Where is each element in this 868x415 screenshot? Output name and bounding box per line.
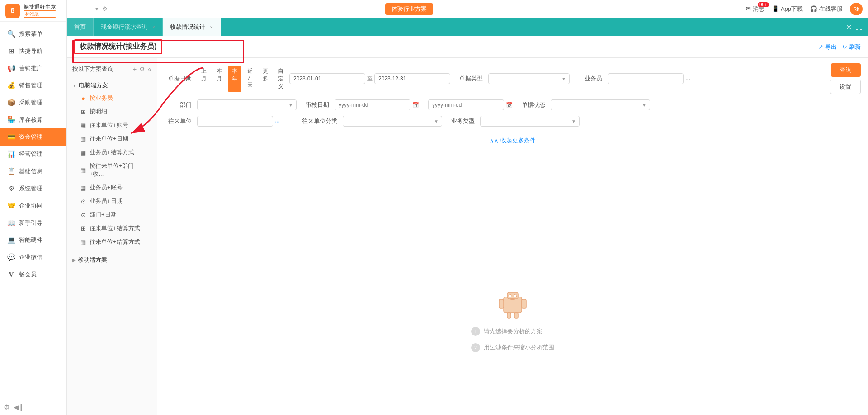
- message-badge: 99+: [758, 2, 769, 7]
- sidebar-item-basic[interactable]: 📋 基础信息: [0, 163, 66, 180]
- bill-type-select[interactable]: [488, 73, 570, 84]
- fp-item-salesman-date-label: 业务员+日期: [90, 197, 123, 205]
- breadcrumb: — — —: [72, 6, 92, 12]
- operation-icon: 📊: [7, 150, 15, 158]
- settings-bottom-icon[interactable]: ⚙: [4, 403, 10, 411]
- sidebar-item-hardware[interactable]: 💻 智能硬件: [0, 231, 66, 249]
- sidebar-item-system[interactable]: ⚙ 系统管理: [0, 180, 66, 197]
- sidebar-item-wechat[interactable]: 💬 企业微信: [0, 249, 66, 266]
- review-date-label: 审核日期: [302, 101, 329, 109]
- collapse-sidebar-icon[interactable]: ◀‖: [14, 403, 23, 411]
- bill-type-label: 单据类型: [456, 75, 483, 83]
- unit-date-icon: ▦: [80, 135, 87, 142]
- date-end-input[interactable]: [374, 73, 450, 84]
- fp-item-salesman-account-label: 业务员+账号: [90, 184, 123, 192]
- counterpart-input[interactable]: [197, 116, 273, 127]
- counterpart-category-select[interactable]: [343, 116, 442, 127]
- sidebar-item-vip[interactable]: V 畅会员: [0, 266, 66, 283]
- tab-expand-icon[interactable]: ⛶: [855, 23, 863, 31]
- date-tab-this-year[interactable]: 本年: [228, 66, 241, 92]
- bill-type-select-wrapper: [488, 73, 570, 84]
- calendar-icon-1[interactable]: 📅: [412, 102, 419, 108]
- user-avatar[interactable]: Rit: [850, 3, 863, 15]
- fp-item-unit-date[interactable]: ▦ 往来单位+日期: [72, 132, 151, 146]
- fp-item-unit-account[interactable]: ▦ 往来单位+账号: [72, 118, 151, 132]
- date-tab-last-month[interactable]: 上月: [197, 66, 211, 92]
- date-tab-more[interactable]: 更多: [259, 66, 272, 92]
- fp-item-unit-settle1[interactable]: ⊞ 往来单位+结算方式: [72, 222, 151, 235]
- tab-close-all-icon[interactable]: ✕: [846, 23, 852, 32]
- sidebar-item-sales[interactable]: 💰 销售管理: [0, 77, 66, 94]
- tab-bank-flow-close[interactable]: ×: [152, 24, 155, 30]
- fp-desktop-header[interactable]: ▼ 电脑端方案: [72, 80, 151, 91]
- app-download-button[interactable]: 📱 App下载: [772, 5, 803, 13]
- business-type-select[interactable]: [480, 116, 580, 127]
- fp-item-detail[interactable]: ⊞ 按明细: [72, 105, 151, 118]
- fp-item-unit-settle2[interactable]: ▦ 往来单位+结算方式: [72, 235, 151, 249]
- date-range: 至: [289, 73, 450, 84]
- fp-item-salesman-account[interactable]: ▦ 业务员+账号: [72, 181, 151, 194]
- sidebar-item-marketing-label: 营销推广: [19, 64, 42, 72]
- collapse-bar[interactable]: ∧∧ 收起更多条件: [165, 132, 861, 149]
- query-button[interactable]: 查询: [831, 63, 861, 77]
- message-button[interactable]: ✉ 消息 99+: [746, 5, 764, 13]
- step-1-num: 1: [471, 327, 480, 336]
- fp-desktop-label: 电脑端方案: [79, 81, 108, 90]
- fp-item-salesman-settle[interactable]: ▦ 业务员+结算方式: [72, 146, 151, 159]
- fp-item-salesman-date[interactable]: ⊙ 业务员+日期: [72, 194, 151, 208]
- gear-icon[interactable]: ⚙: [102, 5, 108, 12]
- logo-text-area: 畅捷通好生意 标准版: [24, 4, 56, 18]
- trial-button[interactable]: 体验行业方案: [385, 3, 433, 15]
- online-service-button[interactable]: 🎧 在线客服: [810, 5, 843, 13]
- sidebar-item-quicknav[interactable]: ⊞ 快捷导航: [0, 42, 66, 60]
- app-download-icon: 📱: [772, 5, 779, 12]
- review-date-end[interactable]: [428, 99, 504, 110]
- dept-label: 部门: [165, 101, 192, 109]
- filter-collapse-btn[interactable]: «: [148, 66, 151, 73]
- dropdown-arrow-icon[interactable]: ▾: [95, 5, 99, 12]
- sidebar-item-system-label: 系统管理: [19, 184, 42, 193]
- sidebar-item-collab[interactable]: 🤝 企业协同: [0, 197, 66, 214]
- sidebar-item-purchase[interactable]: 📦 采购管理: [0, 94, 66, 111]
- salesman-input[interactable]: [608, 73, 684, 84]
- fp-item-unit-dept-recv[interactable]: ▦ 按往来单位+部门+收...: [72, 159, 151, 181]
- settings-button[interactable]: 设置: [830, 80, 861, 94]
- fp-item-by-salesman[interactable]: ● 按业务员: [72, 91, 151, 105]
- tab-receipt-stats-close[interactable]: ×: [210, 24, 212, 30]
- sidebar-item-operation[interactable]: 📊 经营管理: [0, 146, 66, 163]
- sidebar-item-purchase-label: 采购管理: [19, 99, 42, 107]
- tab-receipt-stats[interactable]: 收款情况统计 ×: [163, 18, 220, 36]
- sidebar-item-marketing[interactable]: 📢 营销推广: [0, 60, 66, 77]
- filter-add-btn[interactable]: +: [133, 66, 137, 73]
- sidebar-item-guide[interactable]: 📖 新手引导: [0, 214, 66, 231]
- sidebar-item-inventory[interactable]: 🏪 库存核算: [0, 111, 66, 128]
- tab-home[interactable]: 首页: [67, 18, 94, 36]
- date-tab-this-month[interactable]: 本月: [212, 66, 226, 92]
- review-date-start[interactable]: [335, 99, 410, 110]
- empty-step-2: 2 用过滤条件来缩小分析范围: [471, 343, 554, 352]
- date-label: 单据日期: [165, 75, 192, 83]
- tab-bank-flow[interactable]: 现金银行流水查询 ×: [94, 18, 163, 36]
- tab-bar: 首页 现金银行流水查询 × 收款情况统计 × ✕ ⛶: [67, 18, 868, 36]
- fp-item-dept-date[interactable]: ⊙ 部门+日期: [72, 208, 151, 222]
- calendar-icon-2[interactable]: 📅: [506, 102, 513, 108]
- export-button[interactable]: ↗ 导出: [818, 43, 837, 51]
- detail-icon: ⊞: [80, 108, 87, 115]
- date-start-input[interactable]: [289, 73, 365, 84]
- fp-item-detail-label: 按明细: [90, 108, 107, 116]
- fp-mobile-header[interactable]: ▶ 移动端方案: [72, 254, 151, 266]
- vip-icon: V: [7, 270, 15, 278]
- bill-status-select[interactable]: [551, 99, 650, 110]
- date-tab-7days[interactable]: 近7天: [243, 66, 257, 92]
- svg-rect-8: [514, 313, 518, 318]
- counterpart-category-label: 往来单位分类: [302, 117, 337, 125]
- refresh-button[interactable]: ↻ 刷新: [842, 43, 861, 51]
- salesman-dots[interactable]: ···: [685, 75, 690, 82]
- date-tab-custom[interactable]: 自定义: [274, 66, 288, 92]
- counterpart-dots[interactable]: ···: [275, 118, 280, 125]
- sidebar-item-finance[interactable]: 💳 资金管理: [0, 128, 66, 146]
- dept-select[interactable]: [197, 99, 297, 110]
- sidebar-item-hardware-label: 智能硬件: [19, 236, 42, 244]
- filter-settings-btn[interactable]: ⚙: [139, 66, 145, 73]
- sidebar-item-search[interactable]: 🔍 搜索菜单: [0, 25, 66, 42]
